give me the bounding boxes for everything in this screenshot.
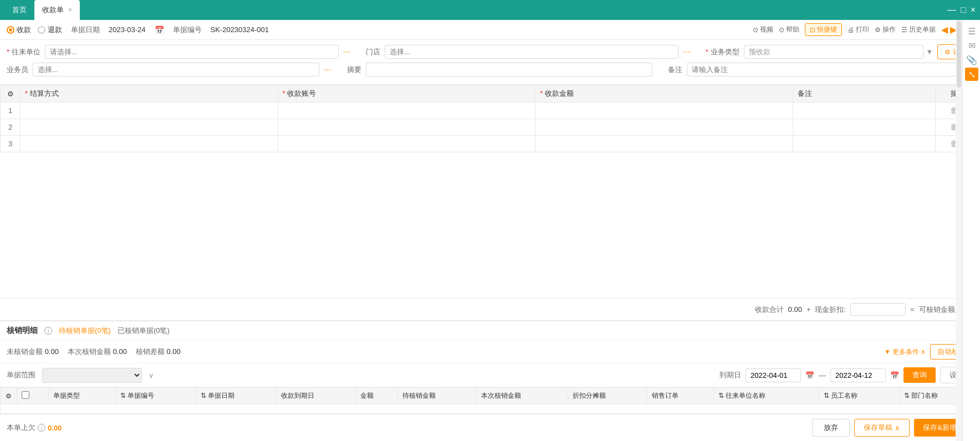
save-draft-button[interactable]: 保存草稿 ∧ (854, 419, 910, 437)
sidebar-attachment-icon[interactable]: 📎 (965, 53, 978, 66)
summary-label: 摘要 (347, 65, 361, 75)
toolbar-right: ⊙ 视频 ⊙ 帮助 ⊡ 快捷键 🖨 打印 ⚙ 操作 ☰ 历史单据 (753, 23, 973, 36)
btm-col-date: ⇅ 单据日期 (196, 388, 276, 404)
filter-date-group: 到期日 📅 — 📅 查询 设置 (719, 367, 973, 383)
partner-input[interactable] (45, 45, 339, 59)
footer-info-value: 0.00 (48, 424, 62, 432)
row-2-account[interactable] (278, 119, 535, 136)
number-value: SK-20230324-001 (211, 25, 269, 34)
minimize-button[interactable]: — (947, 5, 956, 15)
table-row: 2 🗑 ⧉ (1, 119, 980, 136)
row-1-num: 1 (1, 102, 21, 119)
date-end-calendar-icon[interactable]: 📅 (890, 371, 899, 380)
help-btn[interactable]: ⊙ 帮助 (779, 25, 799, 34)
discount-input[interactable] (850, 303, 906, 316)
main-table: ⚙ * 结算方式 * 收款账号 * 收款金额 备注 操作 (0, 85, 980, 152)
number-label: 单据编号 (173, 25, 202, 35)
history-btn[interactable]: ☰ 历史单据 (901, 25, 936, 34)
business-type-dropdown-icon[interactable]: ▼ (926, 48, 933, 56)
tab-pending[interactable]: 待核销单据(0笔) (59, 326, 111, 336)
range-select[interactable] (42, 368, 142, 383)
radio-tuikuan[interactable]: 退款 (38, 25, 62, 35)
row-1-account[interactable] (278, 102, 535, 119)
sidebar-table-icon[interactable]: ☰ (965, 24, 978, 38)
row-1-amount[interactable] (535, 102, 793, 119)
remark-input[interactable] (687, 63, 973, 76)
calendar-icon[interactable]: 📅 (155, 25, 164, 34)
business-type-input[interactable] (744, 45, 923, 59)
date-end-input[interactable] (830, 368, 886, 382)
equals-sign: = (910, 305, 915, 314)
uncancelled-value: 0.00 (45, 347, 59, 356)
row-3-amount[interactable] (535, 136, 793, 152)
query-btn[interactable]: 查询 (904, 367, 936, 383)
shortcut-btn[interactable]: ⊡ 快捷键 (805, 23, 842, 36)
print-btn[interactable]: 🖨 打印 (848, 25, 869, 34)
row-3-account[interactable] (278, 136, 535, 152)
summary-input[interactable] (366, 63, 652, 76)
print-label: 打印 (856, 25, 869, 34)
staff-more-icon[interactable]: ··· (324, 65, 331, 75)
verify-title: 核销明细 (7, 326, 38, 336)
shop-label: 门店 (366, 47, 380, 57)
abandon-button[interactable]: 放弃 (812, 419, 850, 437)
table-settings-icon[interactable]: ⚙ (7, 90, 14, 98)
footer-actions: 放弃 保存草稿 ∧ 保存&新增 ∧ (812, 419, 973, 437)
sidebar-mail-icon[interactable]: ✉ (965, 39, 978, 52)
help-label: 帮助 (786, 25, 799, 34)
tab-done[interactable]: 已核销单据(0笔) (118, 326, 170, 336)
available-label: 可核销金额 (919, 305, 955, 315)
nav-left-btn[interactable]: ◀ (941, 24, 948, 35)
staff-input[interactable] (33, 63, 319, 76)
btm-col-order: 销售订单 (647, 388, 713, 404)
video-btn[interactable]: ⊙ 视频 (753, 25, 773, 34)
row-2-remark[interactable] (793, 119, 935, 136)
btm-col-num: ⇅ 单据编号 (115, 388, 196, 404)
btm-col-pending: 待核销金额 (397, 388, 477, 404)
shop-more-icon[interactable]: ··· (683, 47, 690, 57)
verify-header: 核销明细 i 待核销单据(0笔) 已核销单据(0笔) (0, 321, 980, 341)
tab-home[interactable]: 首页 (4, 0, 34, 20)
tab-close-icon[interactable]: × (68, 6, 72, 14)
bottom-table: ⚙ 单据类型 ⇅ 单据编号 ⇅ 单据日期 收款到期日 金额 (0, 387, 980, 414)
verify-section: 核销明细 i 待核销单据(0笔) 已核销单据(0笔) 未核销金额 0.00 本次… (0, 321, 980, 414)
col-account-header: * 收款账号 (278, 85, 535, 102)
total-value: 0.00 (788, 305, 802, 314)
col-settings-icon[interactable]: ⚙ (6, 392, 12, 400)
verify-info-icon[interactable]: i (44, 327, 52, 335)
operate-icon: ⚙ (875, 26, 881, 34)
operate-btn[interactable]: ⚙ 操作 (875, 25, 896, 34)
row-1-remark[interactable] (793, 102, 935, 119)
btm-col-partner: ⇅ 往来单位名称 (714, 388, 819, 404)
close-button[interactable]: × (971, 5, 976, 15)
col-settings-header[interactable]: ⚙ (1, 85, 21, 102)
row-3-remark[interactable] (793, 136, 935, 152)
select-all-checkbox[interactable] (22, 391, 29, 399)
conditions-arrow: ∧ (921, 348, 926, 356)
business-type-label: * 业务类型 (706, 47, 739, 57)
row-3-settle[interactable] (21, 136, 278, 152)
radio-tuikuan-label: 退款 (48, 25, 62, 35)
scrollbar[interactable] (956, 20, 962, 441)
more-conditions-btn[interactable]: ▼ 更多条件 ∧ (884, 347, 926, 357)
this-cancel-value: 0.00 (113, 347, 127, 356)
date-start-input[interactable] (746, 368, 801, 382)
partner-more-icon[interactable]: ··· (343, 47, 350, 57)
scroll-thumb[interactable] (957, 21, 961, 88)
date-start-calendar-icon[interactable]: 📅 (805, 371, 814, 380)
shop-input[interactable] (385, 45, 678, 59)
row-1-settle[interactable] (21, 102, 278, 119)
date-separator: — (819, 371, 826, 380)
help-icon: ⊙ (779, 26, 784, 34)
range-dropdown-icon[interactable]: ∨ (149, 371, 154, 380)
footer-info: 本单上欠 i 0.00 (7, 423, 62, 433)
row-2-amount[interactable] (535, 119, 793, 136)
footer-info-icon[interactable]: i (38, 424, 45, 432)
footer-info-label: 本单上欠 (7, 423, 35, 433)
tab-current[interactable]: 收款单 × (34, 0, 80, 20)
maximize-button[interactable]: □ (961, 5, 966, 15)
row-2-settle[interactable] (21, 119, 278, 136)
staff-label: 业务员 (7, 65, 28, 75)
radio-shoukuan[interactable]: 收款 (7, 25, 31, 35)
sidebar-expand-icon[interactable]: ⤡ (965, 68, 978, 81)
